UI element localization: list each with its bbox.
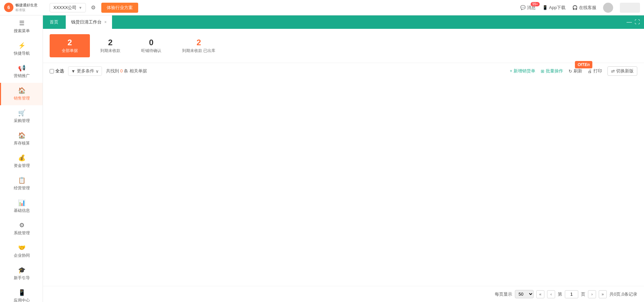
sidebar-label-marketing: 营销推广 [14, 73, 30, 79]
app-icon: 📱 [542, 5, 548, 10]
prev-page-btn[interactable]: ‹ [547, 290, 555, 298]
sidebar-label-search-menu: 搜索菜单 [14, 28, 30, 34]
tab-minimize-btn[interactable]: — [627, 19, 632, 25]
tab-actions: — ⛶ [627, 19, 644, 25]
stat-label-overdue: 到期未收款 [100, 48, 120, 54]
last-page-btn[interactable]: » [599, 290, 607, 298]
sidebar-item-cooperation[interactable]: 🤝 企业协同 [0, 240, 43, 262]
found-text: 共找到 0 条 相关单据 [106, 68, 147, 74]
sidebar-item-guide[interactable]: 🎓 新手引导 [0, 262, 43, 285]
sidebar-item-purchase[interactable]: 🛒 采购管理 [0, 105, 43, 128]
trial-button[interactable]: 体验行业方案 [101, 3, 138, 13]
user-name-area[interactable] [620, 3, 640, 13]
search-menu-icon: ☰ [19, 19, 24, 27]
sidebar-label-system: 系统管理 [14, 230, 30, 236]
sidebar-label-cooperation: 企业协同 [14, 253, 30, 258]
main-layout: ☰ 搜索菜单 ⚡ 快捷导航 📢 营销推广 🏠 销售管理 🛒 采购管理 🏠 库存核… [0, 15, 644, 302]
sidebar-item-quick-nav[interactable]: ⚡ 快捷导航 [0, 38, 43, 60]
logo-badge: 标准版 [15, 8, 38, 12]
message-badge: 99+ [531, 2, 540, 6]
logo-text-area: 畅捷通好生意 标准版 [15, 3, 38, 12]
sidebar-label-sales: 销售管理 [14, 96, 30, 101]
filter-label: 更多条件 [77, 68, 94, 74]
app-download-button[interactable]: 📱 App下载 [542, 5, 566, 11]
print-icon: 🖨 [588, 69, 592, 74]
stat-card-all[interactable]: 2 全部单据 [50, 34, 90, 57]
operations-icon: 📋 [18, 177, 25, 184]
stat-num-overdue-shipped: 2 [197, 38, 201, 47]
page-suffix: 页 [581, 291, 585, 297]
sidebar: ☰ 搜索菜单 ⚡ 快捷导航 📢 营销推广 🏠 销售管理 🛒 采购管理 🏠 库存核… [0, 15, 43, 302]
refresh-btn[interactable]: ↻ 刷新 [569, 68, 582, 74]
pagination: 每页显示 50 100 200 « ‹ 第 页 › » 共0页,0条记录 [43, 286, 644, 302]
add-sales-order-btn[interactable]: + 新增销货单 [510, 68, 535, 74]
switch-version-btn[interactable]: ⇄ 切换新版 [607, 66, 637, 76]
sales-icon: 🏠 [18, 87, 25, 94]
company-name: XXXXX公司 [53, 5, 76, 11]
online-service-label: 在线客服 [579, 5, 596, 11]
sidebar-item-system[interactable]: ⚙ 系统管理 [0, 218, 43, 240]
marketing-icon: 📢 [18, 64, 25, 72]
stat-card-overdue[interactable]: 2 到期未收款 [90, 34, 131, 57]
sidebar-label-guide: 新手引导 [14, 275, 30, 281]
avatar[interactable] [603, 3, 613, 13]
sidebar-item-app-center[interactable]: 📱 应用中心 [0, 285, 43, 302]
tab-home[interactable]: 首页 [43, 15, 65, 29]
select-all-checkbox[interactable]: 全选 [50, 68, 64, 74]
select-all-input[interactable] [50, 69, 54, 73]
inventory-icon: 🏠 [18, 132, 25, 139]
stat-card-overdue-shipped[interactable]: 2 到期未收款 已出库 [172, 34, 226, 57]
switch-label: 切换新版 [616, 68, 634, 74]
found-unit: 条 [124, 68, 128, 73]
tab-label: 钱货日清工作台 [71, 19, 102, 25]
table-area [43, 79, 644, 286]
sidebar-label-basic-info: 基础信息 [14, 208, 30, 214]
sidebar-item-sales[interactable]: 🏠 销售管理 [0, 83, 43, 105]
sidebar-label-capital: 资金管理 [14, 163, 30, 169]
capital-icon: 💰 [18, 154, 25, 162]
stats-row: 2 全部单据 2 到期未收款 0 旺铺待确认 2 到期未收款 已出库 [43, 29, 644, 63]
found-related: 相关单据 [129, 68, 147, 73]
switch-icon: ⇄ [611, 69, 615, 74]
tab-maximize-btn[interactable]: ⛶ [635, 19, 640, 25]
batch-icon: ⊞ [541, 69, 544, 74]
company-selector[interactable]: XXXXX公司 ▼ [50, 3, 86, 12]
sidebar-item-capital[interactable]: 💰 资金管理 [0, 150, 43, 173]
logo-text: 畅捷通好生意 [15, 3, 38, 7]
sidebar-item-basic-info[interactable]: 📊 基础信息 [0, 195, 43, 218]
settings-button[interactable]: ⚙ [89, 3, 98, 12]
filter-button[interactable]: ▼ 更多条件 ∨ [68, 66, 102, 76]
sidebar-item-marketing[interactable]: 📢 营销推广 [0, 60, 43, 83]
guide-icon: 🎓 [18, 266, 25, 274]
print-label: 打印 [593, 68, 602, 74]
page-content: 2 全部单据 2 到期未收款 0 旺铺待确认 2 到期未收款 已出库 [43, 29, 644, 302]
per-page-select[interactable]: 50 100 200 [515, 290, 534, 298]
sidebar-item-inventory[interactable]: 🏠 库存核算 [0, 128, 43, 150]
sidebar-item-operations[interactable]: 📋 经营管理 [0, 173, 43, 195]
sidebar-item-search-menu[interactable]: ☰ 搜索菜单 [0, 15, 43, 38]
tab-close-btn[interactable]: × [104, 20, 107, 24]
refresh-label: 刷新 [574, 68, 582, 74]
stat-num-pending: 0 [149, 38, 153, 47]
content-area: 首页 钱货日清工作台 × — ⛶ 2 全部单据 2 到期未收款 [43, 15, 644, 302]
basic-info-icon: 📊 [18, 199, 25, 206]
refresh-icon: ↻ [569, 69, 572, 74]
select-all-label: 全选 [55, 68, 64, 74]
sidebar-label-quick-nav: 快捷导航 [14, 51, 30, 56]
batch-operation-btn[interactable]: ⊞ 批量操作 [541, 68, 563, 74]
online-service-button[interactable]: 🎧 在线客服 [572, 5, 596, 11]
sidebar-label-inventory: 库存核算 [14, 140, 30, 146]
next-page-btn[interactable]: › [588, 290, 596, 298]
system-icon: ⚙ [19, 222, 24, 229]
top-header: 6 畅捷通好生意 标准版 XXXXX公司 ▼ ⚙ 体验行业方案 💬 消息 99+… [0, 0, 644, 15]
first-page-btn[interactable]: « [536, 290, 544, 298]
message-button[interactable]: 💬 消息 99+ [520, 5, 536, 11]
toolbar-right: + 新增销货单 ⊞ 批量操作 ↻ 刷新 🖨 打印 ⇄ [510, 66, 637, 76]
quick-nav-icon: ⚡ [18, 42, 25, 49]
cooperation-icon: 🤝 [18, 244, 25, 251]
stat-card-pending[interactable]: 0 旺铺待确认 [131, 34, 172, 57]
stat-label-pending: 旺铺待确认 [141, 48, 161, 54]
tab-work-bench[interactable]: 钱货日清工作台 × [66, 15, 112, 29]
print-btn[interactable]: 🖨 打印 [588, 68, 602, 74]
page-input[interactable] [565, 290, 578, 298]
